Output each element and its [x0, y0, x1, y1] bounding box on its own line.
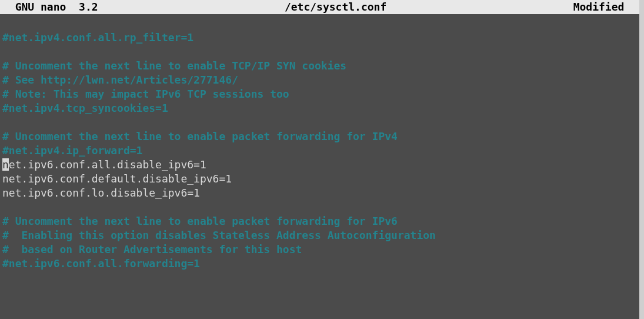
editor-line[interactable]: # Uncomment the next line to enable TCP/… — [2, 59, 637, 73]
terminal-window: GNU nano 3.2 /etc/sysctl.conf Modified #… — [0, 0, 639, 319]
editor-line[interactable]: #net.ipv4.tcp_syncookies=1 — [2, 101, 637, 115]
editor-line[interactable]: # Enabling this option disables Stateles… — [2, 228, 637, 242]
editor-line[interactable] — [2, 16, 637, 31]
editor-line[interactable]: #net.ipv6.conf.all.forwarding=1 — [2, 257, 637, 271]
editor-line[interactable]: net.ipv6.conf.lo.disable_ipv6=1 — [2, 186, 637, 200]
text-cursor: n — [2, 158, 9, 171]
editor-line[interactable] — [2, 115, 637, 129]
editor-line[interactable]: net.ipv6.conf.default.disable_ipv6=1 — [2, 172, 637, 186]
nano-file-path: /etc/sysctl.conf — [98, 0, 573, 14]
editor-line[interactable] — [2, 45, 637, 59]
editor-area[interactable]: #net.ipv4.conf.all.rp_filter=1 # Uncomme… — [0, 14, 639, 299]
editor-line[interactable]: # Uncomment the next line to enable pack… — [2, 214, 637, 228]
editor-line[interactable] — [2, 271, 637, 285]
editor-line[interactable]: # Uncomment the next line to enable pack… — [2, 129, 637, 144]
nano-titlebar: GNU nano 3.2 /etc/sysctl.conf Modified — [0, 0, 639, 14]
editor-line[interactable] — [2, 285, 637, 299]
editor-line[interactable]: #net.ipv4.ip_forward=1 — [2, 144, 637, 158]
editor-line[interactable]: # Note: This may impact IPv6 TCP session… — [2, 87, 637, 101]
editor-line[interactable]: #net.ipv4.conf.all.rp_filter=1 — [2, 31, 637, 45]
editor-line[interactable]: # based on Router Advertisements for thi… — [2, 242, 637, 257]
editor-line[interactable]: net.ipv6.conf.all.disable_ipv6=1 — [2, 158, 637, 172]
scrollbar[interactable] — [639, 0, 644, 319]
nano-modified-status: Modified — [573, 0, 637, 14]
editor-line[interactable]: # See http://lwn.net/Articles/277146/ — [2, 73, 637, 87]
nano-version-label: GNU nano 3.2 — [2, 0, 98, 14]
editor-line[interactable] — [2, 200, 637, 214]
